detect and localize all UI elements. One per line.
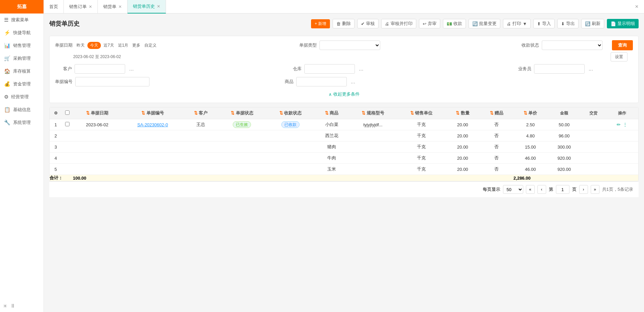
pay-status-select[interactable] (542, 41, 603, 50)
page-number-input[interactable] (556, 185, 569, 194)
import-button[interactable]: ⬆ 导入 (533, 19, 555, 28)
print-dropdown-icon: ▼ (523, 21, 527, 26)
refresh-button[interactable]: 🔃 刷新 (581, 19, 604, 28)
more-action[interactable]: ⋮ (623, 122, 627, 127)
sidebar-item-purchase-mgmt[interactable]: 🛒 采购管理 (0, 52, 44, 65)
collect-button[interactable]: 💵 收款 (443, 19, 466, 28)
sidebar-item-operation-mgmt[interactable]: ⚙ 经营管理 (0, 90, 44, 103)
sidebar-item-system-mgmt[interactable]: 🔧 系统管理 (0, 116, 44, 129)
col-unit-price[interactable]: ⇅ 单价 (513, 107, 547, 119)
row-amount: 50.00 (548, 119, 581, 130)
next-page-button[interactable]: › (579, 185, 588, 194)
date-custom-btn[interactable]: 自定义 (143, 42, 158, 49)
tab-home[interactable]: 首页 (44, 0, 64, 14)
tab-sales-order-close[interactable]: ✕ (89, 4, 92, 9)
settings-button[interactable]: 设置 (611, 52, 627, 61)
date-yesterday-btn[interactable]: 昨天 (75, 42, 86, 49)
query-button[interactable]: 查询 (612, 40, 633, 50)
tab-sales-delivery[interactable]: 销货单 ✕ (98, 0, 128, 14)
row-select-checkbox[interactable] (65, 122, 69, 126)
sales-mgmt-icon: 📊 (4, 43, 10, 49)
salesperson-input[interactable] (534, 64, 585, 74)
date-quick-buttons: 昨天 今天 近7天 近1月 更多 自定义 (75, 42, 158, 49)
col-customer[interactable]: ⇅ 客户 (184, 107, 218, 119)
salesperson-dots[interactable]: ... (589, 66, 593, 72)
date-last-month-btn[interactable]: 近1月 (117, 42, 130, 49)
edit-action[interactable]: ✏ (617, 122, 621, 127)
page-size-select[interactable]: 50 10 20 100 (503, 185, 523, 194)
col-doc-date[interactable]: ⇅ 单据日期 (73, 107, 121, 119)
row-no: 2 (50, 130, 62, 141)
refresh-icon: 🔃 (585, 21, 590, 26)
show-details-button[interactable]: 📄 显示明细 (607, 19, 639, 28)
sidebar-item-quick-nav[interactable]: ⚡ 快捷导航 (0, 26, 44, 39)
sidebar-item-basic-info[interactable]: 📋 基础信息 (0, 103, 44, 116)
audit-button[interactable]: ✔ 审核 (357, 19, 379, 28)
sidebar-pause-icon[interactable]: ⏸ (10, 303, 16, 309)
doc-no-input[interactable] (75, 77, 149, 86)
summary-label: 合计： (50, 175, 73, 181)
prev-page-button[interactable]: ‹ (537, 185, 546, 194)
summary-row: 合计： 100.00 2,286.00 (50, 175, 638, 181)
goods-dots[interactable]: ... (351, 79, 355, 85)
col-gift[interactable]: ⇅ 赠品 (480, 107, 513, 119)
row-action (606, 153, 638, 164)
date-more-btn[interactable]: 更多 (131, 42, 142, 49)
sidebar-item-search-menu[interactable]: ☰ 搜索菜单 (0, 14, 44, 26)
doc-no-link[interactable]: SA-20230602-0 (137, 122, 168, 127)
abandon-icon: ↩ (423, 21, 426, 26)
row-customer (184, 130, 218, 141)
col-pay-status[interactable]: ⇅ 收款状态 (266, 107, 315, 119)
first-page-button[interactable]: « (526, 185, 535, 194)
row-unit-price: 2.50 (513, 119, 547, 130)
col-doc-no[interactable]: ⇅ 单据编号 (121, 107, 184, 119)
sort-icon: ⇅ (194, 110, 198, 115)
date-today-btn[interactable]: 今天 (87, 42, 101, 49)
col-goods[interactable]: ⇅ 商品 (315, 107, 348, 119)
batch-change-button[interactable]: 🔄 批量变更 (469, 19, 500, 28)
audit-print-button[interactable]: 🖨 审核并打印 (381, 19, 416, 28)
tab-sales-order[interactable]: 销售订单 ✕ (64, 0, 98, 14)
new-button[interactable]: + 新增 (311, 19, 330, 28)
row-gift: 否 (480, 164, 513, 175)
sidebar-item-finance-mgmt[interactable]: 💰 资金管理 (0, 78, 44, 90)
table-row: 2 西兰花 千克 20.00 否 4.80 96.00 (50, 130, 638, 141)
warehouse-dots[interactable]: ... (359, 66, 363, 72)
last-page-button[interactable]: » (591, 185, 599, 194)
show-details-icon: 📄 (611, 21, 616, 26)
delete-button[interactable]: 🗑 删除 (333, 19, 355, 28)
doc-type-select[interactable] (319, 41, 380, 50)
warehouse-input[interactable] (304, 64, 355, 74)
row-checkbox (62, 164, 73, 175)
customer-dots[interactable]: ... (129, 66, 134, 72)
date-last7-btn[interactable]: 近7天 (102, 42, 115, 49)
row-doc-date (73, 130, 121, 141)
tab-sales-history-close[interactable]: ✕ (157, 4, 160, 9)
row-doc-no: SA-20230602-0 (121, 119, 184, 130)
audit-print-icon: 🖨 (385, 21, 389, 26)
row-gift: 否 (480, 141, 513, 153)
abandon-button[interactable]: ↩ 弃审 (419, 19, 440, 28)
row-gift: 否 (480, 119, 513, 130)
tab-sales-history[interactable]: 销货单历史 ✕ (128, 0, 166, 14)
select-all-checkbox[interactable] (65, 110, 69, 115)
col-quantity[interactable]: ⇅ 数量 (446, 107, 479, 119)
export-button[interactable]: ⬇ 导出 (557, 19, 579, 28)
row-sales-unit: 千克 (397, 164, 446, 175)
customer-input[interactable] (75, 64, 125, 74)
sidebar-item-inventory[interactable]: 🏠 库存核算 (0, 65, 44, 78)
row-customer: 王总 (184, 119, 218, 130)
collapse-button[interactable]: ∧ 收起更多条件 (55, 90, 633, 99)
sidebar-item-sales-mgmt[interactable]: 📊 销售管理 (0, 39, 44, 52)
filter-date: 单据日期 昨天 今天 近7天 近1月 更多 自定义 (55, 42, 158, 49)
tabs-close-all[interactable]: ✕ (632, 4, 641, 9)
col-action: 操作 (606, 107, 638, 119)
col-sales-unit[interactable]: ⇅ 销售单位 (397, 107, 446, 119)
sidebar-collapse-icon[interactable]: ☀ (3, 303, 7, 309)
print-button[interactable]: 🖨 打印 ▼ (503, 19, 531, 28)
col-spec-type[interactable]: ⇅ 规格型号 (349, 107, 397, 119)
tab-sales-delivery-close[interactable]: ✕ (118, 4, 122, 9)
col-doc-status[interactable]: ⇅ 单据状态 (218, 107, 266, 119)
goods-input[interactable] (296, 77, 347, 86)
col-settings[interactable]: ⚙ (50, 107, 62, 119)
